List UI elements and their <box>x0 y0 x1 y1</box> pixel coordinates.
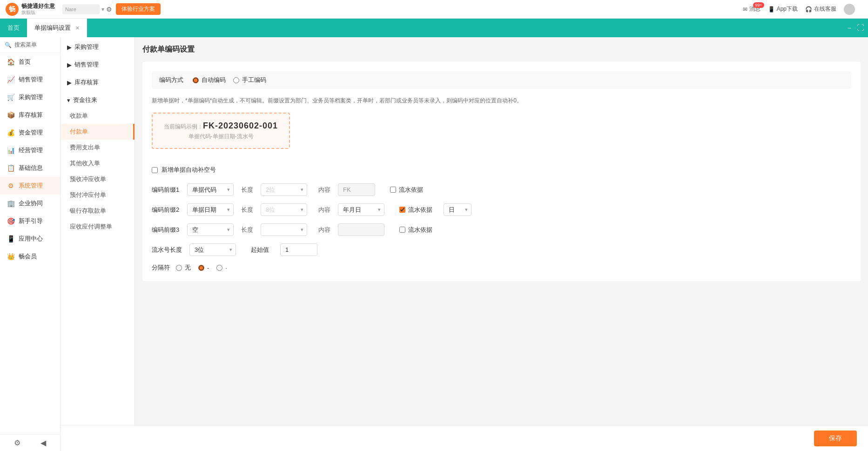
app-download-item[interactable]: 📱 App下载 <box>768 5 798 13</box>
prefix2-length-select[interactable]: 8位 <box>261 203 307 216</box>
top-header: 畅 畅捷通好生意 旗舰版 Nare ▾ ⚙ 体验行业方案 ✉ 消息 99+ 📱 … <box>0 0 868 19</box>
second-sidebar-item-payment[interactable]: 付款单 <box>61 124 135 140</box>
sidebar-item-finance[interactable]: 💰 资金管理 <box>0 124 60 141</box>
auto-code-input[interactable] <box>193 77 199 83</box>
prefix2-period-select[interactable]: 日 <box>444 203 471 216</box>
prefix2-stream-label[interactable]: 流水依据 <box>399 206 432 214</box>
user-avatar[interactable] <box>844 4 855 15</box>
message-badge: 99+ <box>753 2 764 8</box>
group-purchase-header[interactable]: ▶ 采购管理 <box>61 39 135 55</box>
group-inventory-chevron: ▶ <box>67 79 72 86</box>
prefix2-select[interactable]: 单据日期 <box>187 203 234 216</box>
serial-length-select[interactable]: 3位 <box>189 243 236 256</box>
sidebar-item-inventory[interactable]: 📦 库存核算 <box>0 106 60 124</box>
prefix2-content-select[interactable]: 年月日 <box>338 203 384 216</box>
second-sidebar-item-receipt[interactable]: 收款单 <box>61 108 135 124</box>
online-service-item[interactable]: 🎧 在线客服 <box>805 5 836 13</box>
sidebar-item-basic[interactable]: 📋 基础信息 <box>0 159 60 177</box>
prefix2-content-label: 内容 <box>318 206 330 214</box>
sidebar-item-system-label: 系统管理 <box>19 182 43 190</box>
auto-fill-checkbox[interactable] <box>152 167 158 173</box>
tab-encoding-settings[interactable]: 单据编码设置 ✕ <box>27 19 87 37</box>
manual-code-label: 手工编码 <box>242 76 266 84</box>
sidebar-item-home[interactable]: 🏠 首页 <box>0 53 60 71</box>
sidebar-item-guide[interactable]: 🎯 新手引导 <box>0 212 60 230</box>
second-sidebar-item-other-income[interactable]: 其他收入单 <box>61 155 135 171</box>
group-purchase-label: 采购管理 <box>74 43 99 51</box>
second-sidebar-item-prepay-payable[interactable]: 预付冲应付单 <box>61 187 135 203</box>
prefix1-content-label: 内容 <box>318 186 330 194</box>
sidebar-item-enterprise[interactable]: 🏢 企业协同 <box>0 195 60 212</box>
enterprise-icon: 🏢 <box>7 199 15 208</box>
prefix1-length-select-wrapper: 2位 <box>261 183 307 196</box>
sidebar-item-inventory-label: 库存核算 <box>19 111 43 119</box>
tab-bar: 首页 单据编码设置 ✕ － ⛶ <box>0 19 868 37</box>
tab-maximize-icon[interactable]: ⛶ <box>857 24 864 32</box>
sidebar-item-sales[interactable]: 📈 销售管理 <box>0 71 60 88</box>
sep-none-input[interactable] <box>176 265 182 271</box>
group-sales-header[interactable]: ▶ 销售管理 <box>61 57 135 73</box>
prefix3-length-select[interactable] <box>261 223 307 236</box>
prefix2-stream-checkbox[interactable] <box>399 207 405 213</box>
prefix1-stream-label[interactable]: 流水依据 <box>390 186 423 194</box>
second-sidebar-item-adjust[interactable]: 应收应付调整单 <box>61 219 135 235</box>
sep-dot-input[interactable] <box>216 265 222 271</box>
auto-code-radio[interactable]: 自动编码 <box>193 76 226 84</box>
second-sidebar-item-prepay-receivable[interactable]: 预收冲应收单 <box>61 171 135 187</box>
logo-sub: 旗舰版 <box>21 10 55 15</box>
second-sidebar: ▶ 采购管理 ▶ 销售管理 ▶ 库存核算 ▾ 资金往来 收款单 付款单 费用支出… <box>61 37 135 451</box>
sep-none-radio[interactable]: 无 <box>176 263 191 272</box>
sep-dot-radio[interactable]: · <box>216 264 227 271</box>
purchase-icon: 🛒 <box>7 93 15 101</box>
search-icon: 🔍 <box>5 42 12 48</box>
sidebar-settings-icon[interactable]: ⚙ <box>14 438 20 447</box>
account-selector[interactable]: Nare <box>62 4 100 14</box>
encoding-method-label: 编码方式 <box>159 76 183 84</box>
manual-code-radio[interactable]: 手工编码 <box>233 76 266 84</box>
prefix2-select-wrapper: 单据日期 <box>187 203 234 216</box>
sidebar-item-system[interactable]: ⚙ 系统管理 <box>0 177 60 195</box>
sidebar-item-purchase[interactable]: 🛒 采购管理 <box>0 88 60 106</box>
prefix3-select[interactable]: 空 <box>187 223 234 236</box>
prefix3-stream-label[interactable]: 流水依据 <box>399 226 432 234</box>
chevron-down-icon[interactable]: ▾ <box>101 6 104 13</box>
encoding-radio-group: 自动编码 手工编码 <box>193 76 266 84</box>
sidebar-item-member[interactable]: 👑 畅会员 <box>0 248 60 265</box>
finance-icon: 💰 <box>7 128 15 137</box>
prefix1-length-select[interactable]: 2位 <box>261 183 307 196</box>
save-button[interactable]: 保存 <box>814 431 857 446</box>
second-sidebar-item-bank[interactable]: 银行存取款单 <box>61 203 135 219</box>
page-title: 付款单编码设置 <box>142 45 861 54</box>
tab-minimize-icon[interactable]: － <box>846 23 853 33</box>
prefix2-stream-text: 流水依据 <box>408 206 432 214</box>
sidebar-collapse-icon[interactable]: ◀ <box>40 438 46 447</box>
prefix1-select[interactable]: 单据代码 <box>187 183 234 196</box>
sep-dash-input[interactable] <box>198 265 204 271</box>
tab-home[interactable]: 首页 <box>0 19 27 37</box>
sidebar-item-operations[interactable]: 📊 经营管理 <box>0 141 60 159</box>
experience-button[interactable]: 体验行业方案 <box>116 3 161 15</box>
sidebar-item-finance-label: 资金管理 <box>19 128 43 137</box>
prefix2-length-label: 长度 <box>241 206 253 214</box>
prefix3-stream-text: 流水依据 <box>408 226 432 234</box>
sidebar-search[interactable]: 🔍 搜索菜单 <box>0 37 60 53</box>
serial-length-select-wrapper: 3位 <box>189 243 236 256</box>
settings-icon[interactable]: ⚙ <box>106 6 112 13</box>
sales-icon: 📈 <box>7 75 15 84</box>
sep-dash-radio[interactable]: - <box>198 264 209 271</box>
sidebar-item-basic-label: 基础信息 <box>19 164 43 172</box>
group-inventory-header[interactable]: ▶ 库存核算 <box>61 74 135 90</box>
prefix3-stream-checkbox[interactable] <box>399 227 405 233</box>
manual-code-input[interactable] <box>233 77 239 83</box>
second-sidebar-item-expense[interactable]: 费用支出单 <box>61 140 135 155</box>
sidebar-item-app-center[interactable]: 📱 应用中心 <box>0 230 60 248</box>
example-sub-label: 单据代码-单据日期-流水号 <box>164 133 278 141</box>
prefix2-length-select-wrapper: 8位 <box>261 203 307 216</box>
start-value-input[interactable] <box>280 243 317 256</box>
prefix1-stream-checkbox[interactable] <box>390 187 396 193</box>
tab-close-icon[interactable]: ✕ <box>75 25 80 31</box>
sidebar-bottom: ⚙ ◀ <box>0 434 60 451</box>
message-icon-item[interactable]: ✉ 消息 99+ <box>743 5 760 13</box>
logo-main: 畅捷通好生意 <box>21 3 55 9</box>
group-finance-header[interactable]: ▾ 资金往来 <box>61 92 135 108</box>
